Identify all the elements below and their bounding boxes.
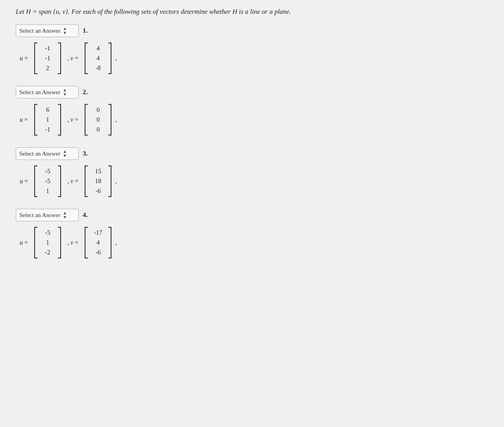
vector-value: 15 [93,168,104,175]
vector-value: -8 [93,65,104,72]
left-bracket [34,104,37,136]
answer-row-1: Select an Answer▲▼1. [16,24,488,37]
right-bracket [58,227,61,258]
vector-value: 4 [93,55,104,62]
vector-value: -6 [93,188,104,195]
select-answer-1[interactable]: Select an Answer▲▼ [16,24,79,37]
chevron-icon: ▲▼ [63,26,67,35]
left-bracket [34,165,37,197]
right-bracket [108,104,111,136]
right-bracket [58,43,61,74]
select-answer-3[interactable]: Select an Answer▲▼ [16,147,79,160]
chevron-icon: ▲▼ [63,149,67,158]
vector-value: 2 [42,65,53,72]
u-label: u = [20,178,28,185]
vector-value: 0 [93,126,104,133]
problem-4: Select an Answer▲▼4.u =-51-2, v =-174-6, [16,209,488,258]
select-answer-label: Select an Answer [19,89,60,96]
left-bracket [85,43,88,74]
vector-value: 18 [93,178,104,185]
v-label: , v = [67,55,78,62]
trailing-comma: , [115,178,117,185]
vector-value: 0 [93,106,104,113]
select-answer-label: Select an Answer [19,150,60,157]
problem-2: Select an Answer▲▼2.u =61-1, v =000, [16,86,488,136]
vector-expression-1: u =-1-12, v =44-8, [20,43,488,74]
u-label: u = [20,116,28,123]
vector-value: 0 [93,116,104,123]
left-bracket [85,227,88,258]
chevron-icon: ▲▼ [63,88,67,97]
left-bracket [85,165,88,197]
v-label: , v = [67,178,78,185]
problem-number-3: 3. [83,150,88,158]
vector-value: 6 [42,106,53,113]
right-bracket [108,227,111,258]
vector-value: -1 [42,126,53,133]
answer-row-2: Select an Answer▲▼2. [16,86,488,98]
instruction: Let H = span {u, v}. For each of the fol… [16,8,488,16]
vector-value: -5 [42,229,53,236]
vector-value: -6 [93,249,104,256]
problem-number-4: 4. [83,211,88,219]
right-bracket [108,165,111,197]
chevron-icon: ▲▼ [63,211,67,219]
u-label: u = [20,55,28,62]
problem-3: Select an Answer▲▼3.u =-5-51, v =1518-6, [16,147,488,197]
left-bracket [34,43,37,74]
vector-value: -2 [42,249,53,256]
v-label: , v = [67,239,78,246]
vector-value: 4 [93,45,104,52]
answer-row-4: Select an Answer▲▼4. [16,209,488,221]
right-bracket [108,43,111,74]
left-bracket [34,227,37,258]
u-label: u = [20,239,28,246]
trailing-comma: , [115,239,117,246]
vector-expression-3: u =-5-51, v =1518-6, [20,165,488,197]
trailing-comma: , [115,116,117,123]
problem-number-2: 2. [83,88,88,96]
vector-value: 1 [42,239,53,246]
select-answer-4[interactable]: Select an Answer▲▼ [16,209,79,221]
select-answer-label: Select an Answer [19,28,60,34]
select-answer-label: Select an Answer [19,212,60,219]
vector-value: 4 [93,239,104,246]
vector-value: -17 [93,229,104,236]
vector-value: -1 [42,45,53,52]
vector-value: -5 [42,168,53,175]
vector-value: 1 [42,188,53,195]
vector-value: 1 [42,116,53,123]
vector-value: -1 [42,55,53,62]
answer-row-3: Select an Answer▲▼3. [16,147,488,160]
select-answer-2[interactable]: Select an Answer▲▼ [16,86,79,98]
v-label: , v = [67,116,78,123]
vector-expression-2: u =61-1, v =000, [20,104,488,136]
problem-number-1: 1. [83,27,88,35]
vector-value: -5 [42,178,53,185]
trailing-comma: , [115,55,117,62]
problem-1: Select an Answer▲▼1.u =-1-12, v =44-8, [16,24,488,74]
vector-expression-4: u =-51-2, v =-174-6, [20,227,488,258]
right-bracket [58,104,61,136]
right-bracket [58,165,61,197]
left-bracket [85,104,88,136]
